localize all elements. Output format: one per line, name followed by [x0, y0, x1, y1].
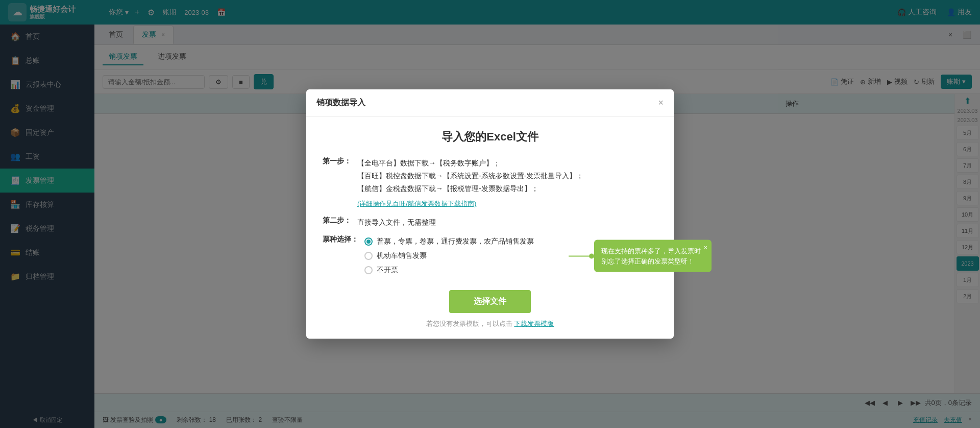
- radio-none: [364, 266, 373, 274]
- ticket-normal[interactable]: 普票，专票，卷票，通行费发票，农产品销售发票: [364, 237, 534, 246]
- step2-content: 直接导入文件，无需整理: [357, 216, 436, 229]
- step1-line3: 【航信】金税盘数据下载→【报税管理-发票数据导出】；: [357, 182, 583, 195]
- ticket-none[interactable]: 不开票: [364, 266, 534, 275]
- ticket-type-row: 票种选择： 普票，专票，卷票，通行费发票，农产品销售发票 机动车销售发票: [323, 235, 657, 280]
- modal-close-btn[interactable]: ×: [658, 98, 664, 108]
- tooltip-bubble: 现在支持的票种多了，导入发票时别忘了选择正确的发票类型呀！ ×: [594, 240, 712, 272]
- modal-main-title: 导入您的Excel文件: [323, 129, 657, 145]
- step1-row: 第一步： 【全电平台】数据下载→【税务数字账户】； 【百旺】税控盘数据下载→【系…: [323, 157, 657, 210]
- step1-line2: 【百旺】税控盘数据下载→【系统设置-系统参数设置-发票批量导入】；: [357, 170, 583, 182]
- modal-header: 销项数据导入 ×: [306, 89, 674, 117]
- ticket-options: 普票，专票，卷票，通行费发票，农产品销售发票 机动车销售发票 现在支持的票种多了…: [364, 237, 534, 280]
- step2-row: 第二步： 直接导入文件，无需整理: [323, 216, 657, 229]
- modal-body: 导入您的Excel文件 第一步： 【全电平台】数据下载→【税务数字账户】； 【百…: [306, 117, 674, 339]
- import-modal: 销项数据导入 × 导入您的Excel文件 第一步： 【全电平台】数据下载→【税务…: [306, 89, 674, 339]
- step1-label: 第一步：: [323, 157, 351, 210]
- radio-motor: [364, 252, 373, 260]
- download-template-link[interactable]: 下载发票模版: [514, 320, 554, 327]
- step1-line1: 【全电平台】数据下载→【税务数字账户】；: [357, 157, 583, 170]
- modal-footer: 若您没有发票模版，可以点击 下载发票模版: [323, 319, 657, 328]
- step1-content: 【全电平台】数据下载→【税务数字账户】； 【百旺】税控盘数据下载→【系统设置-系…: [357, 157, 583, 210]
- step1-guide-link[interactable]: (详细操作见百旺/航信发票数据下载指南): [357, 200, 476, 207]
- ticket-motor[interactable]: 机动车销售发票 现在支持的票种多了，导入发票时别忘了选择正确的发票类型呀！ ×: [364, 251, 534, 260]
- tooltip-close-btn[interactable]: ×: [704, 243, 707, 252]
- tooltip-container: 现在支持的票种多了，导入发票时别忘了选择正确的发票类型呀！ ×: [569, 240, 712, 272]
- select-file-btn[interactable]: 选择文件: [449, 290, 531, 313]
- step2-label: 第二步：: [323, 216, 351, 229]
- modal-overlay: 销项数据导入 × 导入您的Excel文件 第一步： 【全电平台】数据下载→【税务…: [0, 0, 980, 428]
- ticket-label: 票种选择：: [323, 235, 358, 280]
- radio-normal: [364, 237, 373, 246]
- modal-title: 销项数据导入: [316, 98, 365, 108]
